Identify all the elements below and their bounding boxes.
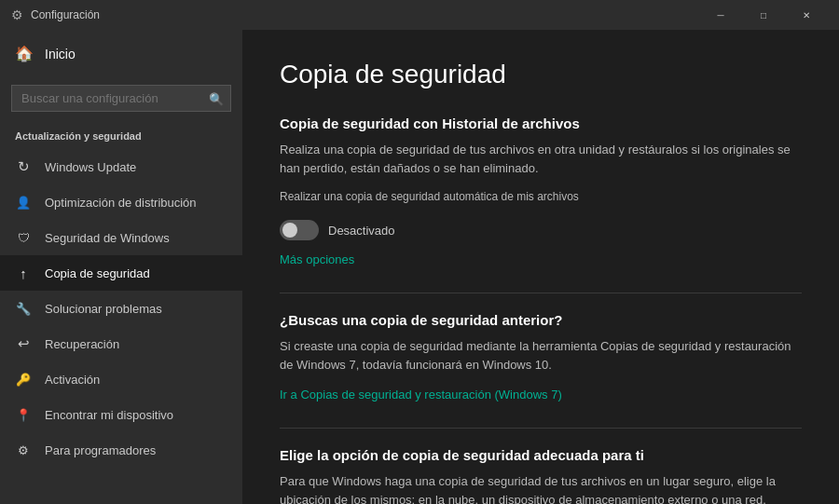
- optimizacion-icon: 👤: [15, 194, 32, 211]
- search-icon: 🔍: [209, 91, 224, 105]
- solucionar-icon: 🔧: [15, 300, 32, 317]
- section-historial-title: Copia de seguridad con Historial de arch…: [280, 116, 802, 131]
- programadores-icon: ⚙: [15, 442, 32, 458]
- sidebar-item-solucionar-label: Solucionar problemas: [45, 302, 162, 316]
- section-anterior-title: ¿Buscas una copia de seguridad anterior?: [280, 312, 802, 328]
- close-button[interactable]: ✕: [785, 0, 828, 30]
- sidebar-item-activacion[interactable]: 🔑 Activación: [0, 361, 242, 397]
- sidebar-item-home[interactable]: 🏠 Inicio: [0, 30, 242, 77]
- copia-icon: ↑: [15, 265, 32, 281]
- toggle-container: Desactivado: [280, 220, 802, 240]
- maximize-button[interactable]: □: [742, 0, 785, 30]
- sidebar-item-recuperacion[interactable]: ↩ Recuperación: [0, 326, 242, 361]
- sidebar: 🏠 Inicio 🔍 Actualización y seguridad ↻ W…: [0, 30, 242, 504]
- sidebar-item-optimizacion-label: Optimización de distribución: [45, 196, 197, 210]
- windows-update-icon: ↻: [15, 158, 32, 175]
- sidebar-item-encontrar-label: Encontrar mi dispositivo: [45, 408, 173, 422]
- sidebar-item-programadores[interactable]: ⚙ Para programadores: [0, 432, 242, 468]
- section-opciones-desc: Para que Windows haga una copia de segur…: [280, 472, 802, 504]
- recuperacion-icon: ↩: [15, 335, 32, 352]
- sidebar-item-copia-label: Copia de seguridad: [45, 266, 150, 280]
- toggle-thumb: [282, 223, 297, 238]
- section-historial: Copia de seguridad con Historial de arch…: [280, 116, 802, 266]
- page-title: Copia de seguridad: [280, 60, 802, 89]
- minimize-button[interactable]: ─: [699, 0, 742, 30]
- section-opciones: Elige la opción de copia de seguridad ad…: [280, 447, 802, 504]
- sidebar-section-title: Actualización y seguridad: [0, 119, 242, 149]
- toggle-description: Realizar una copia de seguridad automáti…: [280, 190, 579, 203]
- seguridad-icon: 🛡: [15, 229, 32, 246]
- toggle-row-label: Realizar una copia de seguridad automáti…: [280, 190, 579, 203]
- home-icon: 🏠: [15, 45, 34, 62]
- sidebar-item-solucionar[interactable]: 🔧 Solucionar problemas: [0, 291, 242, 326]
- titlebar: ⚙ Configuración ─ □ ✕: [0, 0, 839, 30]
- sidebar-home-label: Inicio: [45, 47, 76, 61]
- section-anterior: ¿Buscas una copia de seguridad anterior?…: [280, 312, 802, 402]
- sidebar-item-optimizacion[interactable]: 👤 Optimización de distribución: [0, 184, 242, 220]
- sidebar-item-seguridad-label: Seguridad de Windows: [45, 231, 170, 245]
- activacion-icon: 🔑: [15, 371, 32, 388]
- sidebar-item-programadores-label: Para programadores: [45, 443, 156, 457]
- search-input[interactable]: [11, 85, 231, 112]
- backup-toggle[interactable]: [280, 220, 319, 240]
- sidebar-item-windows-update[interactable]: ↻ Windows Update: [0, 149, 242, 184]
- sidebar-item-encontrar[interactable]: 📍 Encontrar mi dispositivo: [0, 397, 242, 432]
- sidebar-item-windows-update-label: Windows Update: [45, 160, 136, 174]
- sidebar-item-activacion-label: Activación: [45, 373, 100, 387]
- main-layout: 🏠 Inicio 🔍 Actualización y seguridad ↻ W…: [0, 30, 839, 504]
- section-opciones-title: Elige la opción de copia de seguridad ad…: [280, 447, 802, 463]
- titlebar-left: ⚙ Configuración: [11, 7, 100, 22]
- divider-1: [280, 293, 802, 293]
- titlebar-title: Configuración: [31, 8, 100, 21]
- section-anterior-desc: Si creaste una copia de seguridad median…: [280, 337, 802, 374]
- toggle-state-label: Desactivado: [328, 224, 395, 238]
- sidebar-item-recuperacion-label: Recuperación: [45, 337, 119, 351]
- search-container: 🔍: [0, 77, 242, 119]
- sidebar-item-copia[interactable]: ↑ Copia de seguridad: [0, 255, 242, 291]
- titlebar-controls: ─ □ ✕: [699, 0, 828, 30]
- settings-icon: ⚙: [11, 7, 23, 22]
- content-area: Copia de seguridad Copia de seguridad co…: [242, 30, 839, 504]
- divider-2: [280, 428, 802, 429]
- ir-copias-link[interactable]: Ir a Copias de seguridad y restauración …: [280, 388, 562, 402]
- toggle-row: Realizar una copia de seguridad automáti…: [280, 190, 802, 209]
- sidebar-item-seguridad[interactable]: 🛡 Seguridad de Windows: [0, 220, 242, 255]
- mas-opciones-link[interactable]: Más opciones: [280, 252, 354, 266]
- encontrar-icon: 📍: [15, 406, 32, 423]
- section-historial-desc: Realiza una copia de seguridad de tus ar…: [280, 141, 802, 177]
